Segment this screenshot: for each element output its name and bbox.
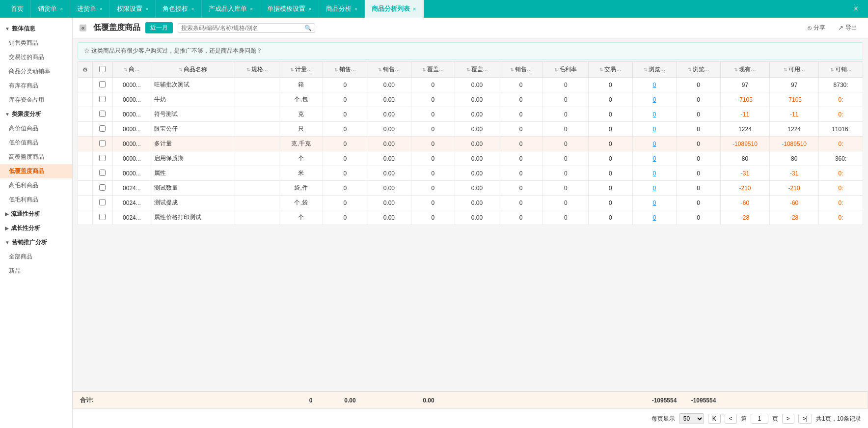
nav-close-icon[interactable]: × <box>145 6 148 12</box>
last-page-button[interactable]: >| <box>798 414 812 424</box>
row-checkbox[interactable] <box>93 210 113 225</box>
first-page-button[interactable]: K <box>708 414 721 424</box>
row-checkbox[interactable] <box>93 166 113 181</box>
col-sales-amt[interactable]: ⇅销售... <box>367 62 411 78</box>
sidebar-item-high-coverage[interactable]: 高覆盖度商品 <box>0 150 72 164</box>
row-browse1[interactable]: 0 <box>632 210 677 225</box>
sidebar-item-traded-goods[interactable]: 交易过的商品 <box>0 50 72 64</box>
share-button[interactable]: ⎋ 分享 <box>804 22 829 34</box>
row-browse1[interactable]: 0 <box>632 137 677 151</box>
row-browse1[interactable]: 0 <box>632 166 677 181</box>
table-row[interactable]: 0024... 测试提成 个,袋 0 0.00 0 0.00 0 0 0 0 0… <box>78 196 863 210</box>
row-checkbox[interactable] <box>93 137 113 151</box>
row-browse1[interactable]: 0 <box>632 196 677 210</box>
col-unit[interactable]: ⇅计量... <box>279 62 323 78</box>
sidebar-item-category-rate[interactable]: 商品分类动销率 <box>0 64 72 79</box>
table-row[interactable]: 0000... 启用保质期 个 0 0.00 0 0.00 0 0 0 0 0 … <box>78 151 863 166</box>
nav-product-analysis-list[interactable]: 商品分析列表 × <box>365 0 423 18</box>
col-browse2[interactable]: ⇅浏览... <box>677 62 721 78</box>
export-button[interactable]: ↗ 导出 <box>834 22 861 34</box>
nav-role-auth[interactable]: 角色授权 × <box>156 0 201 18</box>
row-browse1[interactable]: 0 <box>632 78 677 92</box>
sidebar-item-sales-goods[interactable]: 销售类商品 <box>0 36 72 50</box>
row-checkbox-input[interactable] <box>99 125 106 132</box>
row-checkbox-input[interactable] <box>99 184 106 191</box>
row-browse1[interactable]: 0 <box>632 122 677 137</box>
row-browse1[interactable]: 0 <box>632 181 677 196</box>
col-trade[interactable]: ⇅交易... <box>589 62 633 78</box>
sidebar-item-low-margin[interactable]: 低毛利商品 <box>0 193 72 207</box>
row-checkbox[interactable] <box>93 181 113 196</box>
row-checkbox[interactable] <box>93 92 113 107</box>
sidebar-item-high-value[interactable]: 高价值商品 <box>0 121 72 136</box>
sidebar-item-stock-capital[interactable]: 库存资金占用 <box>0 93 72 107</box>
sidebar-item-low-value[interactable]: 低价值商品 <box>0 136 72 150</box>
col-browse1[interactable]: ⇅浏览... <box>632 62 677 78</box>
row-checkbox-input[interactable] <box>99 214 106 220</box>
nav-purchase[interactable]: 进货单 × <box>70 0 109 18</box>
sidebar-section-flow[interactable]: ▶ 流通性分析 <box>0 207 72 221</box>
row-browse1[interactable]: 0 <box>632 107 677 122</box>
sidebar-item-stocked-goods[interactable]: 有库存商品 <box>0 79 72 93</box>
page-input[interactable] <box>751 414 768 424</box>
col-sales-qty[interactable]: ⇅销售... <box>323 62 367 78</box>
col-coverage1[interactable]: ⇅覆盖... <box>411 62 455 78</box>
nav-product-analysis[interactable]: 商品分析 × <box>319 0 365 18</box>
nav-sales-order[interactable]: 销货单 × <box>31 0 70 18</box>
table-row[interactable]: 0000... 属性 米 0 0.00 0 0.00 0 0 0 0 0 -31… <box>78 166 863 181</box>
table-row[interactable]: 0024... 属性价格打印测试 个 0 0.00 0 0.00 0 0 0 0… <box>78 210 863 225</box>
collapse-sidebar-btn[interactable]: « <box>80 25 86 31</box>
row-browse1[interactable]: 0 <box>632 92 677 107</box>
sidebar-section-growth[interactable]: ▶ 成长性分析 <box>0 221 72 235</box>
nav-permissions[interactable]: 权限设置 × <box>110 0 156 18</box>
table-row[interactable]: 0000... 牛奶 个,包 0 0.00 0 0.00 0 0 0 0 0 -… <box>78 92 863 107</box>
sidebar-section-overall[interactable]: ▼ 整体信息 <box>0 22 72 36</box>
row-checkbox[interactable] <box>93 107 113 122</box>
table-row[interactable]: 0000... 眼宝公仔 只 0 0.00 0 0.00 0 0 0 0 0 1… <box>78 122 863 137</box>
search-icon[interactable]: 🔍 <box>304 25 312 31</box>
settings-col-header[interactable]: ⚙ <box>78 62 93 78</box>
nav-close-icon[interactable]: × <box>191 6 194 12</box>
row-checkbox[interactable] <box>93 122 113 137</box>
col-name[interactable]: ⇅商品名称 <box>151 62 235 78</box>
sidebar-section-marketing[interactable]: ▼ 营销推广分析 <box>0 235 72 250</box>
col-available-stock[interactable]: ⇅可用... <box>770 62 819 78</box>
period-button[interactable]: 近一月 <box>145 22 173 33</box>
table-row[interactable]: 0000... 旺辅批次测试 箱 0 0.00 0 0.00 0 0 0 0 0… <box>78 78 863 92</box>
col-coverage2[interactable]: ⇅覆盖... <box>455 62 499 78</box>
col-sellable[interactable]: ⇅可销... <box>819 62 863 78</box>
table-row[interactable]: 0024... 测试数量 袋,件 0 0.00 0 0.00 0 0 0 0 0… <box>78 181 863 196</box>
page-size-select[interactable]: 50 20 100 <box>679 413 704 424</box>
prev-page-button[interactable]: < <box>725 414 737 424</box>
nav-close-all[interactable]: × <box>848 4 864 13</box>
sidebar-item-low-coverage[interactable]: 低覆盖度商品 <box>0 164 72 178</box>
col-gross-margin[interactable]: ⇅毛利率 <box>543 62 589 78</box>
col-code[interactable]: ⇅商... <box>112 62 151 78</box>
row-browse1[interactable]: 0 <box>632 151 677 166</box>
sidebar-item-all-goods[interactable]: 全部商品 <box>0 250 72 264</box>
sidebar-item-new-goods[interactable]: 新品 <box>0 264 72 278</box>
data-table-wrapper[interactable]: ⚙ ⇅商... ⇅商品名称 ⇅规格... ⇅计量... ⇅销售... ⇅销售..… <box>78 61 863 391</box>
nav-product-entry[interactable]: 产成品入库单 × <box>202 0 260 18</box>
nav-close-icon[interactable]: × <box>354 6 357 12</box>
next-page-button[interactable]: > <box>782 414 794 424</box>
sidebar-section-coverage[interactable]: ▼ 类聚度分析 <box>0 107 72 121</box>
nav-close-icon[interactable]: × <box>99 6 102 12</box>
nav-close-icon[interactable]: × <box>413 6 416 12</box>
sidebar-item-high-margin[interactable]: 高毛利商品 <box>0 178 72 193</box>
checkbox-col-header[interactable] <box>93 62 113 78</box>
row-checkbox[interactable] <box>93 78 113 92</box>
nav-close-icon[interactable]: × <box>60 6 63 12</box>
nav-close-icon[interactable]: × <box>308 6 311 12</box>
nav-close-icon[interactable]: × <box>250 6 253 12</box>
col-spec[interactable]: ⇅规格... <box>235 62 279 78</box>
row-checkbox-input[interactable] <box>99 199 106 205</box>
nav-home[interactable]: 首页 <box>4 0 31 18</box>
nav-template-settings[interactable]: 单据模板设置 × <box>260 0 319 18</box>
row-checkbox-input[interactable] <box>99 111 106 117</box>
table-row[interactable]: 0000... 符号测试 克 0 0.00 0 0.00 0 0 0 0 0 -… <box>78 107 863 122</box>
row-checkbox-input[interactable] <box>99 155 106 161</box>
row-checkbox[interactable] <box>93 151 113 166</box>
col-current-stock[interactable]: ⇅现有... <box>720 62 769 78</box>
row-checkbox-input[interactable] <box>99 170 106 176</box>
